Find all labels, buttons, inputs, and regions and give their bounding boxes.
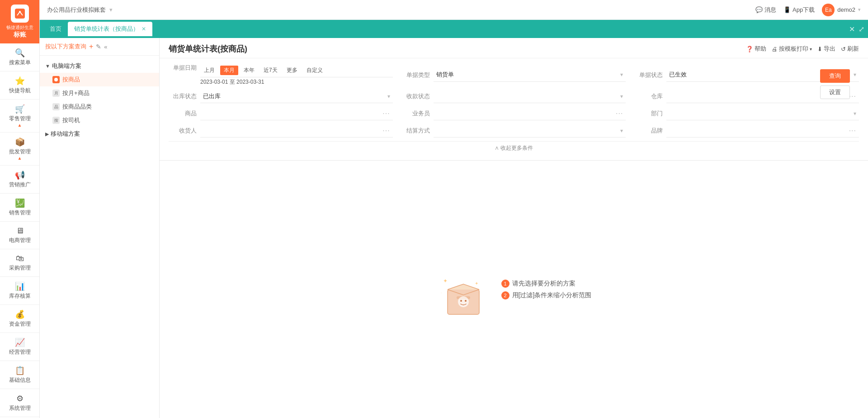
date-custom[interactable]: 自定义 bbox=[303, 66, 326, 75]
date-current-month[interactable]: 本月 bbox=[220, 66, 238, 75]
collapse-bar[interactable]: ∧ 收起更多条件 bbox=[169, 141, 859, 155]
right-panel: 销货单统计表(按商品) ❓ 帮助 🖨 按模板打印 ▾ ⬇ 导出 bbox=[160, 38, 868, 418]
doc-status-label: 单据状态 bbox=[635, 71, 666, 79]
recipient-filter-group: 收货人 ··· bbox=[169, 124, 393, 138]
tab-home[interactable]: 首页 bbox=[43, 22, 68, 36]
sidebar-item-wholesale[interactable]: 📦 批发管理 ▲ bbox=[0, 133, 39, 166]
sidebar-item-base[interactable]: 📋 基础信息 bbox=[0, 361, 39, 389]
department-arrow: ▾ bbox=[854, 110, 856, 117]
out-status-control[interactable]: 已出库 ▾ bbox=[200, 90, 393, 103]
recipient-control[interactable]: ··· bbox=[200, 124, 393, 138]
add-scheme-btn[interactable]: + bbox=[89, 43, 93, 51]
tab-bar-actions: ✕ ⤢ bbox=[849, 25, 864, 33]
product-control[interactable]: ··· bbox=[200, 107, 393, 120]
message-btn[interactable]: 💬 消息 bbox=[755, 6, 776, 14]
left-panel-title: 按以下方案查询 bbox=[45, 43, 86, 51]
tab-close-all-icon[interactable]: ✕ bbox=[849, 25, 855, 33]
salesperson-dots: ··· bbox=[616, 109, 623, 118]
sidebar-item-retail[interactable]: 🛒 零售管理 ▲ bbox=[0, 100, 39, 133]
tree-group-pc: ▼ 电脑端方案 按商品 月 按月+商品 品 bbox=[40, 59, 159, 127]
sidebar-item-finance[interactable]: 💰 资金管理 bbox=[0, 305, 39, 333]
doc-status-value: 已生效 bbox=[669, 71, 687, 79]
help-btn[interactable]: ❓ 帮助 bbox=[746, 45, 766, 53]
svg-point-7 bbox=[465, 300, 467, 302]
tree-item-by-cashier[interactable]: 按 按司机 bbox=[40, 114, 159, 127]
print-btn[interactable]: 🖨 按模板打印 ▾ bbox=[772, 45, 812, 53]
header-right: 💬 消息 📱 App下载 Ea demo2 ▾ bbox=[755, 4, 861, 16]
by-category-icon: 品 bbox=[52, 103, 60, 110]
tree-item-by-month-product[interactable]: 月 按月+商品 bbox=[40, 86, 159, 100]
help-icon: ❓ bbox=[746, 46, 753, 52]
by-product-label: 按商品 bbox=[62, 76, 80, 84]
query-btn[interactable]: 查询 bbox=[820, 69, 850, 83]
export-btn[interactable]: ⬇ 导出 bbox=[817, 45, 835, 53]
payment-filter-group: 结算方式 ▾ bbox=[402, 124, 626, 138]
date-last-7days[interactable]: 近7天 bbox=[260, 66, 281, 75]
date-last-month[interactable]: 上月 bbox=[200, 66, 218, 75]
sidebar-item-purchase[interactable]: 🛍 采购管理 bbox=[0, 249, 39, 277]
left-panel-header: 按以下方案查询 + ✎ « bbox=[40, 38, 159, 56]
by-month-product-label: 按月+商品 bbox=[62, 89, 90, 97]
suite-dropdown-arrow[interactable]: ▾ bbox=[109, 6, 113, 13]
sidebar-item-ecommerce[interactable]: 🖥 电商管理 bbox=[0, 222, 39, 249]
brand-control[interactable]: ··· bbox=[666, 124, 859, 138]
sidebar-quick-nav[interactable]: ⭐ 快捷导航 bbox=[0, 71, 39, 100]
filter-row-2: 出库状态 已出库 ▾ 收款状态 ▾ bbox=[169, 90, 859, 103]
logo-icon bbox=[11, 5, 29, 23]
product-label: 商品 bbox=[169, 109, 200, 118]
tree-group-mobile: ▶ 移动端方案 bbox=[40, 127, 159, 141]
sidebar-search[interactable]: 🔍 搜索菜单 bbox=[0, 43, 39, 71]
tab-close-icon[interactable]: ✕ bbox=[142, 26, 146, 32]
date-more[interactable]: 更多 bbox=[283, 66, 301, 75]
base-icon: 📋 bbox=[15, 366, 25, 375]
quick-nav-icon: ⭐ bbox=[15, 76, 25, 86]
svg-text:·: · bbox=[441, 291, 442, 295]
recipient-dots: ··· bbox=[382, 127, 390, 135]
filter-area: 单据日期 上月 本月 本年 近7天 更多 自定义 20 bbox=[160, 58, 868, 161]
sidebar-item-stock[interactable]: 📊 库存核算 bbox=[0, 277, 39, 305]
wholesale-icon: 📦 bbox=[15, 137, 25, 147]
by-cashier-icon: 按 bbox=[52, 117, 60, 124]
tree-group-mobile-header[interactable]: ▶ 移动端方案 bbox=[40, 127, 159, 141]
empty-hint-1-num: 1 bbox=[501, 280, 509, 288]
salesperson-label: 业务员 bbox=[402, 109, 434, 118]
tab-expand-icon[interactable]: ⤢ bbox=[859, 25, 864, 33]
doc-type-control[interactable]: 销货单 ▾ bbox=[434, 68, 626, 82]
sidebar-item-operation[interactable]: 📈 经营管理 bbox=[0, 333, 39, 361]
tab-sales-stats-label: 销货单统计表（按商品） bbox=[74, 25, 139, 33]
refresh-btn[interactable]: ↺ 刷新 bbox=[841, 45, 859, 53]
sidebar-item-system[interactable]: ⚙ 系统管理 bbox=[0, 389, 39, 417]
salesperson-control[interactable]: ··· bbox=[434, 107, 626, 120]
avatar: Ea bbox=[822, 4, 835, 16]
by-product-icon bbox=[52, 76, 60, 83]
tree-item-by-product[interactable]: 按商品 bbox=[40, 73, 159, 86]
tree-item-by-category[interactable]: 品 按商品品类 bbox=[40, 100, 159, 114]
app-download-btn[interactable]: 📱 App下载 bbox=[783, 6, 815, 14]
empty-state: ✦ ✦ · 1 请先选择要分析的方案 2 用[过滤]条件来缩小分析范围 bbox=[160, 161, 868, 418]
payment-control[interactable]: ▾ bbox=[434, 124, 626, 138]
sidebar-item-sales[interactable]: 💹 销售管理 bbox=[0, 194, 39, 222]
tree-group-pc-header[interactable]: ▼ 电脑端方案 bbox=[40, 59, 159, 73]
page-title-bar: 销货单统计表(按商品) ❓ 帮助 🖨 按模板打印 ▾ ⬇ 导出 bbox=[160, 38, 868, 58]
department-control[interactable]: ▾ bbox=[666, 107, 859, 120]
doc-type-arrow: ▾ bbox=[620, 71, 623, 78]
brand-dots: ··· bbox=[849, 127, 856, 135]
sidebar-item-marketing[interactable]: 📢 营销推广 bbox=[0, 166, 39, 194]
doc-status-arrow: ▾ bbox=[854, 71, 856, 78]
retail-icon: 🛒 bbox=[15, 104, 25, 114]
user-name: demo2 bbox=[837, 6, 855, 13]
collect-status-control[interactable]: ▾ bbox=[434, 90, 626, 103]
date-controls: 上月 本月 本年 近7天 更多 自定义 2023-03-01 至 2023-03… bbox=[200, 64, 393, 86]
user-area[interactable]: Ea demo2 ▾ bbox=[822, 4, 861, 16]
setting-btn[interactable]: 设置 bbox=[820, 86, 850, 99]
payment-arrow: ▾ bbox=[620, 128, 623, 134]
date-current-year[interactable]: 本年 bbox=[240, 66, 258, 75]
collapse-panel-btn[interactable]: « bbox=[104, 43, 107, 50]
edit-scheme-btn[interactable]: ✎ bbox=[96, 43, 101, 50]
date-pills-row: 上月 本月 本年 近7天 更多 自定义 bbox=[200, 64, 393, 77]
tab-sales-stats[interactable]: 销货单统计表（按商品） ✕ bbox=[68, 22, 152, 36]
salesperson-filter-group: 业务员 ··· bbox=[402, 107, 626, 120]
doc-type-filter-group: 单据类型 销货单 ▾ bbox=[402, 64, 626, 86]
purchase-icon: 🛍 bbox=[16, 254, 24, 263]
search-icon: 🔍 bbox=[15, 48, 25, 58]
